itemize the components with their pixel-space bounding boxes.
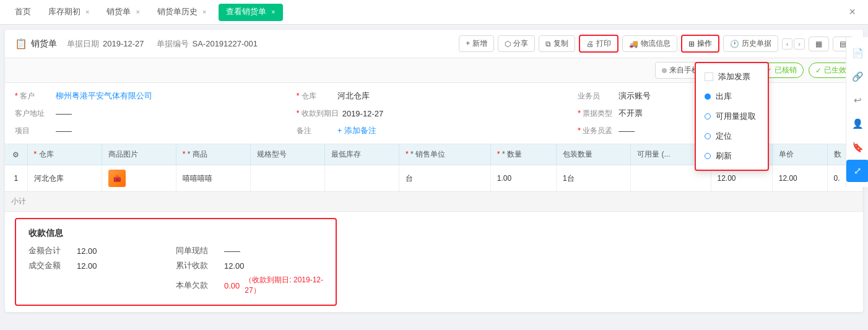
sidebar-return-icon[interactable]: ↩ <box>846 89 868 111</box>
tab-check-sales-label: 查看销货单 <box>226 6 266 17</box>
locate-label: 定位 <box>716 131 732 142</box>
same-order-item: 同单现结 —— <box>176 245 323 256</box>
total-amount-item: 金额合计 12.00 <box>28 245 176 256</box>
logistics-button[interactable]: 🚚 物流信息 <box>622 35 677 52</box>
cell-price: 12.00 <box>772 165 827 192</box>
total-amount-label: 金额合计 <box>28 245 72 256</box>
tab-sales-history[interactable]: 销货单历史 × <box>149 0 215 25</box>
copy-icon: ⧉ <box>545 40 551 48</box>
history-label: 历史单据 <box>742 38 771 49</box>
payment-date-row: 收款到期日 2019-12-27 <box>297 108 572 119</box>
operation-icon: ⊞ <box>688 40 695 48</box>
locate-dot <box>705 133 711 139</box>
tab-sales-order-close[interactable]: × <box>136 8 139 15</box>
doc-number-label: 单据编号 <box>157 38 189 50</box>
cumulative-value: 12.00 <box>224 261 245 271</box>
tab-sales-order[interactable]: 销货单 × <box>98 0 148 25</box>
refresh-dot <box>705 153 711 159</box>
tab-home-label: 首页 <box>15 6 31 17</box>
cumulative-item: 累计收款 12.00 <box>176 260 323 271</box>
cell-warehouse: 河北仓库 <box>27 165 102 192</box>
tab-home[interactable]: 首页 <box>6 0 40 25</box>
address-value: —— <box>56 109 72 118</box>
cumulative-label: 累计收款 <box>176 260 219 271</box>
subtotal-label: 小计 <box>5 192 863 212</box>
refresh-label: 刷新 <box>716 150 732 162</box>
sidebar-link-icon[interactable]: 🔗 <box>846 66 868 88</box>
operation-dropdown: 添加发票 出库 可用量提取 定位 刷新 <box>695 62 769 171</box>
doc-date-label: 单据日期 <box>67 38 99 50</box>
salesman-label: 业务员孟 <box>578 126 615 136</box>
overdue-label: 本单欠款 <box>176 280 219 291</box>
sidebar-user-icon[interactable]: 👤 <box>846 113 868 135</box>
history-icon: 🕐 <box>730 40 739 48</box>
warehouse-label: 仓库 <box>297 91 334 102</box>
tab-sales-order-label: 销货单 <box>106 6 131 17</box>
history-button[interactable]: 🕐 历史单据 <box>723 35 778 52</box>
effective-label: 已生效 <box>824 65 846 76</box>
tab-inventory-init-close[interactable]: × <box>85 8 89 15</box>
product-image: 🧰 <box>108 170 126 187</box>
dropdown-refresh[interactable]: 刷新 <box>696 146 768 166</box>
logistics-icon: 🚚 <box>629 40 638 48</box>
same-order-value: —— <box>224 246 240 256</box>
doc-date-value: 2019-12-27 <box>103 39 144 48</box>
customer-value: 柳州粤港平安气体有限公司 <box>56 90 152 102</box>
sidebar-expand-icon[interactable]: ⤢ <box>846 160 868 182</box>
layout1-button[interactable]: ▦ <box>809 37 829 51</box>
print-button[interactable]: 🖨 打印 <box>579 35 618 53</box>
tab-sales-history-close[interactable]: × <box>202 8 206 15</box>
copy-label: 复制 <box>553 38 568 49</box>
cell-min-stock <box>324 165 399 192</box>
staff-value: 演示账号 <box>618 90 651 102</box>
effective-check-icon: ✓ <box>815 66 822 75</box>
tab-inventory-init[interactable]: 库存期初 × <box>40 0 98 25</box>
col-unit: * 销售单位 <box>399 144 490 165</box>
cell-product: 嘻嘻嘻嘻 <box>176 165 250 192</box>
customer-label: 客户 <box>15 91 52 102</box>
payment-title: 收款信息 <box>28 228 323 239</box>
cell-qty: 1.00 <box>490 165 556 192</box>
payment-date-label: 收款到期日 <box>297 108 339 119</box>
tab-bar: 首页 库存期初 × 销货单 × 销货单历史 × 查看销货单 × × <box>0 0 868 25</box>
remark-add[interactable]: + 添加备注 <box>337 125 376 136</box>
outbound-dot <box>705 93 711 100</box>
doc-number-value: SA-20191227-001 <box>193 39 258 48</box>
nav-arrows: ‹ › <box>782 38 805 50</box>
transaction-value: 12.00 <box>77 261 97 271</box>
prev-arrow[interactable]: ‹ <box>782 38 793 50</box>
col-product-img: 商品图片 <box>102 144 176 165</box>
sidebar-doc-icon[interactable]: 📄 <box>846 42 868 64</box>
dropdown-outbound[interactable]: 出库 <box>696 87 768 106</box>
next-arrow[interactable]: › <box>794 38 805 50</box>
sidebar-tag-icon[interactable]: 🔖 <box>846 136 868 158</box>
add-invoice-checkbox[interactable] <box>705 72 713 81</box>
cell-pkg-qty: 1台 <box>557 165 631 192</box>
subtotal-row: 小计 <box>5 192 863 212</box>
dropdown-add-invoice[interactable]: 添加发票 <box>696 67 768 87</box>
tab-check-sales[interactable]: 查看销货单 × <box>219 4 282 21</box>
col-min-stock: 最低库存 <box>324 144 399 165</box>
doc-meta: 单据日期 2019-12-27 单据编号 SA-20191227-001 <box>67 38 258 50</box>
from-phone-dot <box>662 68 667 73</box>
dropdown-available-extract[interactable]: 可用量提取 <box>696 106 768 126</box>
invoice-value: 不开票 <box>618 108 643 119</box>
copy-button[interactable]: ⧉ 复制 <box>539 35 575 52</box>
tab-check-sales-close[interactable]: × <box>271 8 275 15</box>
window-close-button[interactable]: × <box>843 6 862 19</box>
cell-unit: 台 <box>399 165 490 192</box>
cell-row-num: 1 <box>5 165 27 192</box>
print-icon: 🖨 <box>586 40 594 48</box>
outbound-label: 出库 <box>716 91 732 102</box>
transaction-label: 成交金额 <box>28 260 72 271</box>
doc-title: 📋 销货单 <box>15 38 57 50</box>
right-sidebar: 📄 🔗 ↩ 👤 🔖 ⤢ <box>846 37 868 187</box>
doc-title-text: 销货单 <box>31 38 57 50</box>
dropdown-locate[interactable]: 定位 <box>696 126 768 146</box>
address-row: 客户地址 —— <box>15 108 290 119</box>
new-button[interactable]: + 新增 <box>459 35 493 52</box>
operation-button[interactable]: ⊞ 操作 <box>681 35 719 53</box>
warehouse-value: 河北仓库 <box>337 90 370 102</box>
share-button[interactable]: ⬡ 分享 <box>498 35 535 52</box>
overdue-hint: （收款到期日: 2019-12-27） <box>245 275 323 296</box>
